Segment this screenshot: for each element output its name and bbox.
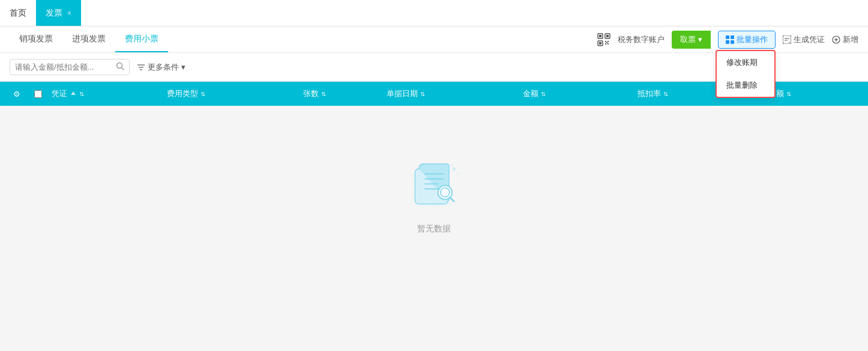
- batch-label: 批量操作: [737, 34, 768, 45]
- th-amount[interactable]: 金额 ⇅: [518, 88, 633, 99]
- nav-tab-invoice-label: 发票: [46, 8, 62, 19]
- batch-icon: [726, 35, 734, 44]
- nav-tab-close-icon[interactable]: ×: [67, 9, 71, 17]
- svg-rect-15: [783, 35, 791, 44]
- svg-rect-10: [606, 42, 607, 43]
- th-amount-sort: ⇅: [541, 91, 546, 97]
- empty-state: 暂无数据: [0, 106, 868, 258]
- svg-point-37: [451, 165, 453, 166]
- svg-point-38: [415, 180, 418, 183]
- tab-expense-receipt[interactable]: 费用小票: [115, 26, 168, 52]
- more-filter-button[interactable]: 更多条件 ▾: [137, 62, 185, 73]
- qupiao-button-group: 取票 ▾: [672, 31, 711, 49]
- tax-label: 税务数字账户: [618, 34, 665, 45]
- qr-icon: [597, 33, 610, 46]
- top-nav: 首页 发票 ×: [0, 0, 868, 26]
- th-type[interactable]: 费用类型 ⇅: [162, 88, 298, 99]
- generate-icon: [783, 35, 791, 44]
- th-gear[interactable]: ⚙: [5, 90, 29, 99]
- svg-line-34: [450, 198, 454, 202]
- dropdown-item-modify-period[interactable]: 修改账期: [717, 51, 774, 74]
- add-icon: [832, 35, 840, 44]
- svg-point-39: [412, 176, 414, 177]
- qupiao-button[interactable]: 取票 ▾: [672, 31, 711, 49]
- search-input-wrap: [10, 59, 130, 75]
- search-input[interactable]: [15, 63, 116, 72]
- svg-rect-14: [731, 40, 734, 44]
- svg-rect-12: [731, 35, 734, 39]
- header-checkbox[interactable]: [34, 90, 42, 98]
- qr-button[interactable]: [597, 33, 610, 46]
- batch-operations-container: 批量操作 修改账期 批量删除: [718, 31, 776, 49]
- th-voucher-filter-icon: [70, 90, 77, 97]
- th-voucher-sort: ⇅: [79, 91, 84, 97]
- tax-digital-account-button[interactable]: 税务数字账户: [618, 34, 665, 45]
- generate-voucher-button[interactable]: 生成凭证: [783, 34, 825, 45]
- th-count[interactable]: 张数 ⇅: [298, 88, 382, 99]
- svg-line-22: [122, 68, 124, 70]
- filter-icon: [137, 63, 145, 72]
- empty-text: 暂无数据: [417, 224, 451, 234]
- svg-rect-8: [605, 43, 606, 44]
- more-filter-chevron: ▾: [181, 63, 185, 72]
- dropdown-item-batch-delete[interactable]: 批量删除: [717, 74, 774, 97]
- svg-point-36: [457, 173, 459, 175]
- empty-illustration: [404, 154, 464, 214]
- th-date[interactable]: 单据日期 ⇅: [382, 88, 518, 99]
- batch-operations-button[interactable]: 批量操作: [718, 31, 776, 49]
- qupiao-label: 取票: [680, 34, 696, 45]
- tab-income-invoice[interactable]: 进项发票: [62, 26, 115, 52]
- sub-tabs-left: 销项发票 进项发票 费用小票: [10, 26, 168, 52]
- svg-rect-13: [726, 40, 729, 44]
- more-filter-label: 更多条件: [148, 62, 179, 73]
- svg-rect-11: [726, 35, 729, 39]
- svg-point-35: [453, 168, 456, 171]
- qupiao-dropdown-arrow: ▾: [698, 35, 702, 44]
- svg-rect-6: [605, 41, 606, 42]
- tab-sales-invoice[interactable]: 销项发票: [10, 26, 62, 52]
- th-count-sort: ⇅: [321, 91, 326, 97]
- th-date-sort: ⇅: [420, 91, 425, 97]
- batch-dropdown-menu: 修改账期 批量删除: [716, 50, 776, 98]
- add-label: 新增: [843, 34, 858, 45]
- svg-rect-3: [606, 35, 609, 37]
- sub-tabs-right: 税务数字账户 取票 ▾ 批量操作 修改账期 批量删除: [597, 31, 858, 49]
- svg-marker-26: [71, 91, 76, 95]
- nav-tab-invoice[interactable]: 发票 ×: [36, 0, 81, 26]
- sub-tabs-bar: 销项发票 进项发票 费用小票: [0, 26, 868, 53]
- search-icon[interactable]: [116, 62, 124, 72]
- svg-rect-1: [599, 35, 601, 37]
- nav-home[interactable]: 首页: [0, 0, 36, 26]
- add-button[interactable]: 新增: [832, 34, 858, 45]
- generate-label: 生成凭证: [794, 34, 825, 45]
- th-type-sort: ⇅: [200, 91, 205, 97]
- th-checkbox[interactable]: [29, 90, 47, 98]
- th-voucher[interactable]: 凭证 ⇅: [47, 88, 162, 99]
- th-rate-sort: ⇅: [663, 91, 668, 97]
- th-deduct-sort: ⇅: [786, 91, 791, 97]
- svg-rect-7: [607, 41, 609, 42]
- svg-rect-5: [599, 42, 601, 44]
- svg-rect-9: [607, 43, 609, 44]
